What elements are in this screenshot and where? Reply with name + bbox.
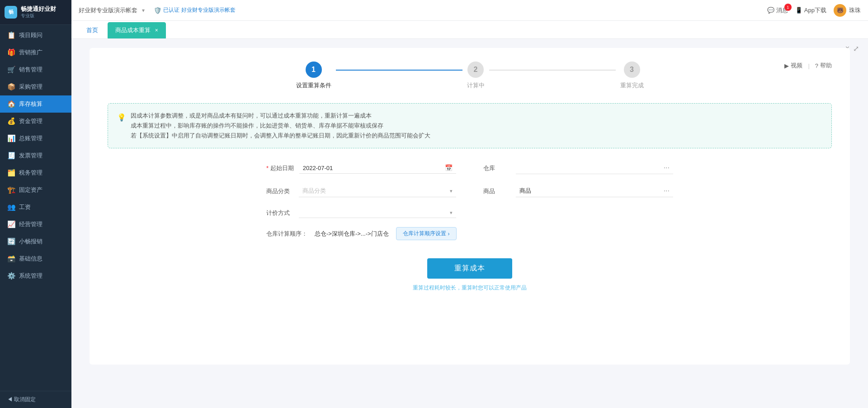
sidebar-item-label: 基础信息: [19, 255, 42, 263]
submit-section: 重算成本 重算过程耗时较长，重算时您可以正常使用产品: [108, 258, 832, 292]
sidebar-item-label: 项目顾问: [19, 31, 42, 39]
sidebar-item-label: 资金管理: [19, 117, 42, 125]
sidebar-item-system[interactable]: ⚙️ 系统管理: [0, 267, 71, 285]
sidebar-item-operations[interactable]: 📈 经营管理: [0, 216, 71, 233]
recalculate-button[interactable]: 重算成本: [427, 258, 512, 279]
avatar: 🐻: [834, 4, 846, 17]
tab-close-icon[interactable]: ×: [155, 27, 158, 33]
sidebar-item-project[interactable]: 📋 项目顾问: [0, 27, 71, 44]
sidebar-item-label: 系统管理: [19, 272, 42, 280]
step-3-circle: 3: [624, 62, 640, 78]
sidebar-item-hr[interactable]: 👥 工资: [0, 199, 71, 216]
sidebar-item-sales[interactable]: 🛒 销售管理: [0, 61, 71, 78]
message-button[interactable]: 💬 消息 1: [767, 6, 788, 14]
sidebar-item-purchase[interactable]: 📦 采购管理: [0, 78, 71, 95]
sidebar-item-label: 小畅报销: [19, 237, 42, 246]
pricing-label: 计价方式: [266, 209, 293, 217]
content-area: × ⤢ ▶ 视频 | ? 帮助 1: [71, 39, 868, 408]
system-icon: ⚙️: [7, 272, 15, 280]
sidebar-item-label: 固定资产: [19, 186, 42, 194]
content-card: ▶ 视频 | ? 帮助 1 设置重算条件: [90, 48, 850, 365]
phone-icon: 📱: [795, 7, 802, 14]
operations-icon: 📈: [7, 220, 15, 228]
sidebar-app-name: 畅捷通好业财: [21, 5, 56, 13]
form-row-pricing: 计价方式 ▾: [266, 208, 456, 218]
sidebar-item-accounting[interactable]: 📊 总账管理: [0, 130, 71, 147]
product-more-icon[interactable]: ···: [664, 187, 670, 195]
pricing-select[interactable]: ▾: [299, 208, 456, 218]
start-date-value: 2022-07-01: [303, 165, 445, 171]
shield-icon: 🛡️: [154, 7, 161, 14]
tab-home-label: 首页: [86, 27, 98, 33]
finance-icon: 💰: [7, 117, 15, 125]
sidebar-pin-toggle[interactable]: ◀ 取消固定: [0, 391, 71, 408]
tab-home[interactable]: 首页: [79, 22, 106, 38]
info-box: 💡 因成本计算参数调整，或是对商品成本有疑问时，可以通过成本重算功能，重新计算一…: [108, 103, 832, 148]
assets-icon: 🏗️: [7, 186, 15, 194]
step-3-label: 重算完成: [620, 81, 644, 90]
step-1-number: 1: [311, 66, 316, 74]
user-menu[interactable]: 🐻 珠珠: [834, 4, 861, 17]
hr-icon: 👥: [7, 203, 15, 211]
account-full-name: 好业财专业版演示帐套: [181, 6, 236, 14]
pricing-chevron-icon: ▾: [450, 210, 453, 216]
warehouse-order-settings-button[interactable]: 仓库计算顺序设置 ›: [396, 227, 457, 240]
form-row-start-date: * 起始日期 2022-07-01 📅: [266, 162, 456, 174]
app-download-button[interactable]: 📱 App下载: [795, 6, 826, 14]
sidebar-item-assets[interactable]: 🏗️ 固定资产: [0, 181, 71, 199]
sidebar-item-label: 营销推广: [19, 48, 42, 57]
username-label: 珠珠: [849, 6, 861, 14]
step-1: 1 设置重算条件: [296, 62, 331, 90]
form-section: * 起始日期 2022-07-01 📅 仓库 ···: [266, 162, 673, 218]
warehouse-order-btn-label: 仓库计算顺序设置: [403, 230, 446, 237]
sidebar-item-label: 采购管理: [19, 83, 42, 91]
sidebar-item-label: 库存核算: [19, 100, 42, 108]
sidebar-item-inventory[interactable]: 🏠 库存核算: [0, 95, 71, 113]
sidebar-item-expense[interactable]: 🔄 小畅报销: [0, 233, 71, 250]
warehouse-order-section: 仓库计算顺序： 总仓->深圳仓库->...->门店仓 仓库计算顺序设置 ›: [266, 227, 673, 240]
step-2-label: 计算中: [467, 81, 485, 90]
warehouse-input-wrapper[interactable]: ···: [516, 162, 673, 174]
sidebar-item-tax[interactable]: 🗂️ 税务管理: [0, 164, 71, 181]
step-2: 2 计算中: [467, 62, 485, 90]
account-name: 好业财专业版演示帐套: [79, 6, 137, 14]
app-download-label: App下载: [804, 6, 826, 14]
sidebar-item-basic[interactable]: 🗃️ 基础信息: [0, 250, 71, 267]
basic-icon: 🗃️: [7, 255, 15, 263]
sidebar-app-info: 畅捷通好业财 专业版: [21, 5, 56, 19]
sidebar-item-marketing[interactable]: 🎁 营销推广: [0, 44, 71, 61]
invoice-icon: 🧾: [7, 152, 15, 160]
account-dropdown-icon: ▾: [142, 7, 145, 14]
calendar-icon[interactable]: 📅: [445, 164, 453, 171]
category-chevron-icon: ▾: [450, 188, 453, 194]
main-area: 好业财专业版演示帐套 ▾ 🛡️ 已认证 好业财专业版演示帐套 💬 消息 1 📱 …: [71, 0, 868, 408]
category-label: 商品分类: [266, 187, 293, 195]
sales-icon: 🛒: [7, 66, 15, 74]
accounting-icon: 📊: [7, 134, 15, 142]
info-line-2: 成本重算过程中，影响库存账的操作均不能操作，比如进货单、销货单、库存单据不能审核…: [131, 121, 430, 131]
sidebar-item-finance[interactable]: 💰 资金管理: [0, 113, 71, 130]
sidebar-item-label: 税务管理: [19, 169, 42, 177]
tab-cost-recalc[interactable]: 商品成本重算 ×: [108, 22, 166, 38]
info-icon: 💡: [117, 111, 126, 141]
step-line-2-3: [489, 70, 616, 71]
step-3: 3 重算完成: [620, 62, 644, 90]
tab-active-label: 商品成本重算: [115, 27, 151, 33]
info-content: 因成本计算参数调整，或是对商品成本有疑问时，可以通过成本重算功能，重新计算一遍成…: [131, 111, 430, 141]
start-date-label: * 起始日期: [266, 164, 294, 172]
category-select[interactable]: 商品分类 ▾: [299, 185, 456, 197]
submit-hint: 重算过程耗时较长，重算时您可以正常使用产品: [413, 284, 527, 292]
expand-window-button[interactable]: ⤢: [853, 44, 859, 53]
sidebar-item-invoice[interactable]: 🧾 发票管理: [0, 147, 71, 164]
category-placeholder: 商品分类: [302, 187, 450, 195]
form-row-product: 商品 商品 ···: [483, 185, 673, 197]
sidebar-item-label: 发票管理: [19, 152, 42, 160]
product-placeholder: 商品: [519, 187, 664, 195]
app-logo-icon: 畅: [5, 6, 17, 19]
start-date-input-wrapper: 2022-07-01 📅: [299, 162, 456, 174]
warehouse-more-icon[interactable]: ···: [664, 164, 670, 172]
account-selector[interactable]: 好业财专业版演示帐套 ▾: [79, 6, 145, 14]
expense-icon: 🔄: [7, 237, 15, 246]
product-input-wrapper[interactable]: 商品 ···: [516, 185, 673, 197]
sidebar-nav: 📋 项目顾问 🎁 营销推广 🛒 销售管理 📦 采购管理 🏠 库存核算 💰 资金管…: [0, 25, 71, 391]
